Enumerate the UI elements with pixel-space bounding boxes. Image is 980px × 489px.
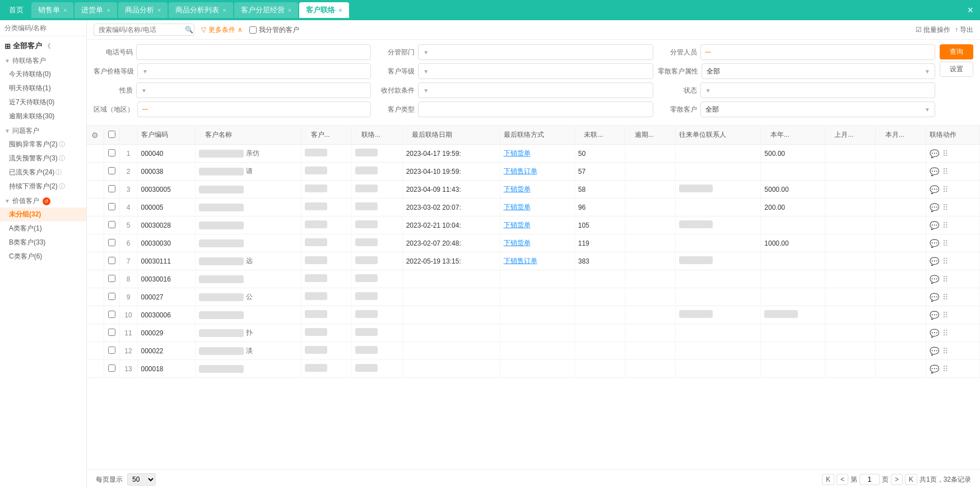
row-checkbox-8[interactable]	[104, 288, 119, 306]
chat-icon-3[interactable]: 💬	[930, 203, 939, 212]
tab-sales[interactable]: 销售单 ×	[31, 2, 73, 18]
filter-input-customer-grade[interactable]: ▼	[418, 63, 653, 79]
page-input[interactable]	[860, 474, 880, 485]
sidebar-item-churn-warning[interactable]: 流失预警客户(3) ⓘ	[0, 151, 86, 165]
menu-icon-6[interactable]: ⠿	[942, 257, 948, 266]
method-link-3[interactable]: 下销货单	[504, 203, 531, 211]
sidebar-item-churned[interactable]: 已流失客户(24) ⓘ	[0, 165, 86, 179]
chat-icon-7[interactable]: 💬	[930, 275, 939, 284]
filter-input-retail-attr[interactable]: 全部 ▼	[702, 63, 935, 79]
method-link-4[interactable]: 下销货单	[504, 221, 531, 229]
sidebar-search-input[interactable]	[4, 24, 87, 32]
next-page-btn[interactable]: >	[891, 474, 903, 485]
settings-gear-icon[interactable]: ⚙	[91, 131, 99, 140]
menu-icon-3[interactable]: ⠿	[942, 203, 948, 212]
menu-icon-4[interactable]: ⠿	[942, 221, 948, 230]
menu-icon-0[interactable]: ⠿	[942, 149, 948, 158]
batch-operation-btn[interactable]: ☑ 批量操作	[916, 25, 950, 35]
sidebar-item-hoarding-abnormal[interactable]: 囤购异常客户(2) ⓘ	[0, 137, 86, 151]
sidebar-all-customers[interactable]: ⊞ 全部客户 《	[0, 36, 86, 53]
chat-icon-12[interactable]: 💬	[930, 365, 939, 373]
row-checkbox-3[interactable]	[104, 199, 119, 216]
sidebar-group-problem[interactable]: ▼ 问题客户	[0, 123, 86, 137]
method-link-2[interactable]: 下销货单	[504, 185, 531, 193]
menu-icon-8[interactable]: ⠿	[942, 293, 948, 302]
filter-input-customer-type[interactable]	[418, 102, 653, 117]
sidebar-item-declining[interactable]: 持续下滑客户(2) ⓘ	[0, 179, 86, 193]
menu-icon-1[interactable]: ⠿	[942, 167, 948, 176]
tab-analysis-list[interactable]: 商品分析列表 ×	[169, 2, 233, 18]
sidebar-item-week-pending[interactable]: 近7天待联络(0)	[0, 95, 86, 109]
row-checkbox-10[interactable]	[104, 324, 119, 342]
per-page-select[interactable]: 50 100 200	[127, 473, 156, 486]
tab-purchase[interactable]: 进货单 ×	[75, 2, 117, 18]
sidebar-group-value[interactable]: ▼ 价值客户 ↺	[0, 193, 86, 207]
sidebar-item-tomorrow-pending[interactable]: 明天待联络(1)	[0, 81, 86, 95]
chat-icon-8[interactable]: 💬	[930, 293, 939, 302]
tab-analysis[interactable]: 商品分析 ×	[118, 2, 168, 18]
tab-customer-segment[interactable]: 客户分层经营 ×	[234, 2, 298, 18]
method-link-1[interactable]: 下销售订单	[504, 167, 537, 175]
sidebar-item-class-c[interactable]: C类客户(6)	[0, 250, 86, 264]
method-link-5[interactable]: 下销货单	[504, 239, 531, 247]
filter-input-retail[interactable]: 全部 ▼	[700, 102, 935, 117]
row-checkbox-5[interactable]	[104, 234, 119, 252]
filter-search-icon[interactable]: 🔍	[185, 26, 193, 34]
row-checkbox-2[interactable]	[104, 181, 119, 199]
row-checkbox-12[interactable]	[104, 360, 119, 378]
filter-search-input[interactable]	[99, 26, 183, 34]
method-link-0[interactable]: 下销货单	[504, 149, 531, 157]
filter-input-manager[interactable]: ···	[700, 44, 935, 60]
chat-icon-9[interactable]: 💬	[930, 311, 939, 320]
first-page-btn[interactable]: K	[822, 474, 834, 485]
tab-sales-close[interactable]: ×	[63, 7, 67, 13]
tab-purchase-close[interactable]: ×	[106, 7, 110, 13]
query-button[interactable]: 查询	[940, 44, 973, 59]
tab-analysis-close[interactable]: ×	[157, 7, 161, 13]
filter-input-price-grade[interactable]: ▼	[137, 63, 371, 79]
row-checkbox-9[interactable]	[104, 306, 119, 324]
chat-icon-1[interactable]: 💬	[930, 167, 939, 176]
tab-customer-contact[interactable]: 客户联络 ×	[299, 2, 349, 18]
sidebar-item-unclassified[interactable]: 未分组(32)	[0, 207, 86, 222]
row-checkbox-7[interactable]	[104, 270, 119, 288]
tab-customer-segment-close[interactable]: ×	[288, 7, 291, 13]
chat-icon-11[interactable]: 💬	[930, 347, 939, 356]
menu-icon-5[interactable]: ⠿	[942, 239, 948, 248]
sidebar-group-pending[interactable]: ▼ 待联络客户	[0, 53, 86, 67]
menu-icon-10[interactable]: ⠿	[942, 329, 948, 338]
chat-icon-0[interactable]: 💬	[930, 149, 939, 158]
tab-customer-contact-close[interactable]: ×	[338, 7, 342, 13]
row-checkbox-1[interactable]	[104, 163, 119, 181]
tab-analysis-list-close[interactable]: ×	[222, 7, 226, 13]
close-all-btn[interactable]: ×	[967, 4, 978, 16]
row-checkbox-0[interactable]	[104, 145, 119, 163]
sidebar-item-today-pending[interactable]: 今天待联络(0)	[0, 67, 86, 81]
filter-input-status[interactable]: ▼	[700, 82, 935, 98]
chat-icon-2[interactable]: 💬	[930, 185, 939, 194]
my-customers-checkbox[interactable]	[249, 26, 257, 34]
filter-input-payment[interactable]: ▼	[418, 82, 653, 98]
filter-input-dept[interactable]: ▼	[418, 44, 653, 60]
menu-icon-11[interactable]: ⠿	[942, 347, 948, 356]
menu-icon-12[interactable]: ⠿	[942, 365, 948, 373]
row-checkbox-11[interactable]	[104, 342, 119, 360]
chat-icon-6[interactable]: 💬	[930, 257, 939, 266]
filter-more-conditions[interactable]: ▽ 更多条件 ∧	[201, 25, 243, 35]
tab-home[interactable]: 首页	[2, 2, 30, 18]
menu-icon-7[interactable]: ⠿	[942, 275, 948, 284]
row-checkbox-6[interactable]	[104, 252, 119, 270]
filter-input-nature[interactable]: ▼	[136, 82, 371, 98]
row-checkbox-4[interactable]	[104, 216, 119, 234]
sidebar-item-class-b[interactable]: B类客户(33)	[0, 236, 86, 250]
export-btn[interactable]: ↑ 导出	[955, 25, 973, 35]
method-link-6[interactable]: 下销售订单	[504, 257, 537, 265]
my-customers-checkbox-container[interactable]: 我分管的客户	[249, 25, 299, 35]
filter-input-region[interactable]: ···	[137, 102, 371, 117]
menu-icon-9[interactable]: ⠿	[942, 311, 948, 320]
col-settings[interactable]: ⚙	[87, 126, 104, 145]
sidebar-item-overdue-pending[interactable]: 逾期未联络(30)	[0, 109, 86, 123]
chat-icon-5[interactable]: 💬	[930, 239, 939, 248]
reset-button[interactable]: 设置	[940, 62, 973, 77]
last-page-btn[interactable]: K	[905, 474, 917, 485]
